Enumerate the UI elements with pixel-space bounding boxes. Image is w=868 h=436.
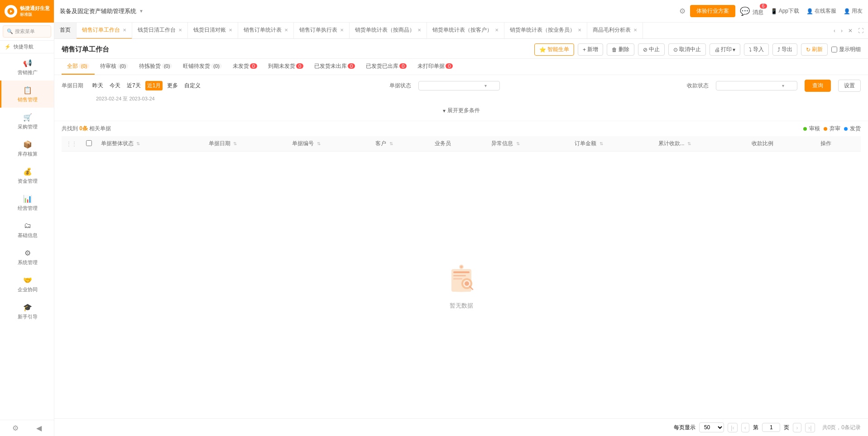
filter-area: 单据日期 昨天 今天 近7天 近1月 更多 自定义 单据状态 ▾: [54, 75, 868, 121]
pagination-next-btn[interactable]: ›: [793, 423, 801, 432]
sidebar-item-sales[interactable]: 📋 销售管理: [0, 81, 54, 108]
filter-settings-button[interactable]: 设置: [838, 80, 861, 92]
sub-tab-pending-inspect[interactable]: 待拣验货(0): [134, 59, 177, 75]
tab-close-sales-stat-product[interactable]: ✕: [417, 28, 421, 33]
pagination-first-btn[interactable]: |‹: [728, 423, 738, 432]
tab-close-sales-workbench[interactable]: ✕: [123, 28, 126, 33]
tab-close-sales-stat[interactable]: ✕: [284, 28, 288, 33]
sub-tab-all[interactable]: 全部(0): [62, 59, 95, 75]
tab-sales-stat[interactable]: 销售订单统计表 ✕: [238, 23, 294, 39]
sort-number-icon[interactable]: ⇅: [317, 141, 321, 146]
query-button[interactable]: 查询: [805, 80, 831, 92]
sidebar-item-operations[interactable]: 📊 经营管理: [0, 189, 54, 216]
col-date: 单据日期 ⇅: [204, 136, 288, 152]
smart-create-button[interactable]: ⭐ 智能生单: [534, 43, 574, 56]
sidebar-item-purchase[interactable]: 🛒 采购管理: [0, 108, 54, 135]
sub-tab-wangpu[interactable]: 旺铺待发货(0): [177, 59, 227, 75]
sub-tab-expired[interactable]: 到期未发货0: [263, 59, 309, 75]
stop-button[interactable]: ⊘ 中止: [638, 43, 665, 56]
tab-cash-reconcile[interactable]: 钱货日清对账 ✕: [188, 23, 238, 39]
sort-amount-icon[interactable]: ⇅: [599, 141, 603, 146]
tab-home[interactable]: 首页: [54, 23, 77, 39]
tab-sales-stat-customer[interactable]: 销货单统计表（按客户） ✕: [427, 23, 504, 39]
pagination-last-btn[interactable]: ›|: [805, 423, 815, 432]
date-opt-yesterday[interactable]: 昨天: [91, 81, 105, 90]
tab-cash-daily[interactable]: 钱货日清工作台 ✕: [132, 23, 188, 39]
select-all-checkbox[interactable]: [86, 140, 92, 146]
tab-sales-workbench[interactable]: 销售订单工作台 ✕: [77, 23, 132, 39]
sidebar-item-guide[interactable]: 🎓 新手引导: [0, 298, 54, 325]
collapse-icon[interactable]: ◀: [36, 424, 42, 432]
content-area: 销售订单工作台 ⭐ 智能生单 + 新增 🗑 删除 ⊘: [54, 39, 868, 436]
total-info: 共0页，0条记录: [822, 424, 861, 431]
tab-scroll-left-icon[interactable]: ‹: [832, 27, 837, 35]
message-btn[interactable]: 💬 6 消息: [740, 6, 763, 16]
sidebar-item-enterprise[interactable]: 🤝 企业协同: [0, 270, 54, 298]
sub-tab-not-shipped[interactable]: 未发货0: [227, 59, 263, 75]
download-icon: 📱: [771, 8, 777, 14]
sidebar-item-inventory[interactable]: 📦 库存核算: [0, 135, 54, 162]
sidebar-item-marketing[interactable]: 📢 营销推广: [0, 53, 54, 81]
sub-tab-shipped-out[interactable]: 已发货已出库0: [360, 59, 412, 75]
tab-margin-analysis[interactable]: 商品毛利分析表 ✕: [587, 23, 643, 39]
tab-scroll-right-icon[interactable]: ›: [839, 27, 844, 35]
expand-conditions-btn[interactable]: ▾ 展开更多条件: [441, 105, 482, 116]
sidebar-item-system[interactable]: ⚙ 系统管理: [0, 243, 54, 270]
settings-gear-icon[interactable]: ⚙: [12, 424, 19, 432]
ship-btn[interactable]: 发货: [844, 125, 861, 133]
search-menu-btn[interactable]: 🔍 搜索菜单: [3, 25, 51, 38]
topbar-gear-icon[interactable]: ⚙: [679, 7, 686, 15]
tab-fullscreen-icon[interactable]: ⛶: [856, 27, 865, 35]
date-opt-today[interactable]: 今天: [108, 81, 122, 90]
date-opt-7days[interactable]: 近7天: [125, 81, 143, 90]
refresh-button[interactable]: ↻ 刷新: [801, 43, 828, 56]
import-button[interactable]: ⤵ 导入: [744, 43, 769, 56]
pagination-prev-btn[interactable]: ‹: [741, 423, 749, 432]
quick-nav-item[interactable]: ⚡ 快捷导航: [0, 41, 54, 53]
date-opt-1month[interactable]: 近1月: [145, 81, 163, 90]
system-title: 装备及固定资产辅助管理系统 ▼: [60, 7, 675, 15]
tab-close-sales-stat-staff[interactable]: ✕: [578, 28, 581, 33]
app-download-btn[interactable]: 📱 App下载: [771, 7, 799, 15]
sidebar-item-base-info[interactable]: 🗂 基础信息: [0, 216, 54, 243]
per-page-select[interactable]: 20 50 100: [699, 422, 724, 432]
detail-checkbox-label[interactable]: 显示明细: [831, 46, 861, 53]
tab-close-sales-stat-customer[interactable]: ✕: [495, 28, 499, 33]
approve-btn[interactable]: 审核: [803, 125, 820, 133]
cancel-stop-button[interactable]: ⊙ 取消中止: [668, 43, 706, 56]
date-opt-custom[interactable]: 自定义: [182, 81, 202, 90]
tab-close-sales-exec[interactable]: ✕: [340, 28, 344, 33]
tab-sales-stat-product[interactable]: 销货单统计表（按商品） ✕: [350, 23, 427, 39]
online-service-btn[interactable]: 👤 在线客服: [806, 7, 836, 15]
tab-close-cash-reconcile[interactable]: ✕: [229, 28, 232, 33]
detail-checkbox[interactable]: [831, 47, 837, 52]
tab-close-margin-analysis[interactable]: ✕: [633, 28, 637, 33]
reject-dot: [824, 127, 827, 131]
sort-abnormal-icon[interactable]: ⇅: [516, 141, 520, 146]
status-select[interactable]: ▾: [418, 81, 500, 90]
sort-status-icon[interactable]: ⇅: [136, 141, 140, 146]
solution-button[interactable]: 体验行业方案: [690, 5, 735, 17]
user-menu-btn[interactable]: 👤 用友: [844, 7, 863, 15]
tab-sales-stat-staff[interactable]: 销货单统计表（按业务员） ✕: [504, 23, 587, 39]
sidebar-item-finance[interactable]: 💰 资金管理: [0, 162, 54, 189]
sub-tab-shipped-not-out[interactable]: 已发货未出库0: [309, 59, 360, 75]
expand-icon: ▾: [443, 108, 446, 114]
print-button[interactable]: 🖨 打印 ▾: [710, 43, 740, 56]
reject-btn[interactable]: 弃审: [824, 125, 840, 133]
payment-select[interactable]: ▾: [716, 81, 797, 90]
tab-sales-exec[interactable]: 销售订单执行表 ✕: [294, 23, 350, 39]
page-number-input[interactable]: [762, 423, 780, 432]
date-opt-more[interactable]: 更多: [165, 81, 180, 90]
sort-collected-icon[interactable]: ⇅: [687, 141, 691, 146]
sort-date-icon[interactable]: ⇅: [233, 141, 237, 146]
tab-close-all-icon[interactable]: ✕: [846, 27, 854, 35]
export-button[interactable]: ⤴ 导出: [772, 43, 797, 56]
delete-button[interactable]: 🗑 删除: [607, 43, 634, 56]
sort-customer-icon[interactable]: ⇅: [389, 141, 393, 146]
refresh-icon: ↻: [806, 47, 810, 53]
sub-tab-pending[interactable]: 待审核(0): [95, 59, 133, 75]
tab-close-cash-daily[interactable]: ✕: [178, 28, 182, 33]
add-button[interactable]: + 新增: [578, 43, 603, 56]
sub-tab-not-printed[interactable]: 未打印单据0: [412, 59, 458, 75]
